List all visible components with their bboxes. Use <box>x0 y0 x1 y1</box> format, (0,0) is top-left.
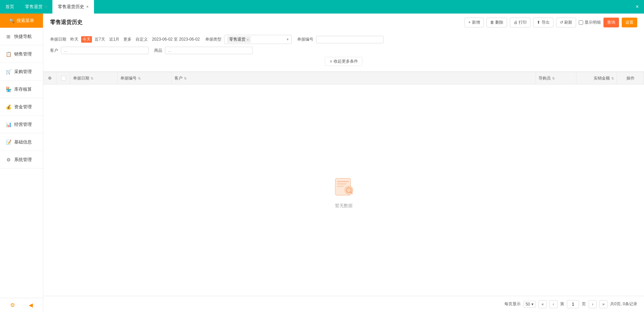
pagination-bar: 每页显示 50 ▾ « ‹ 第 页 › » 共0页, 0条记录 <box>43 296 644 312</box>
toolbar: + 新增 🗑 删除 🖨 打印 ⬆ 导出 ↺ 刷新 显示明细 查询 设置 <box>464 18 637 27</box>
goods-select[interactable]: ... <box>165 47 253 54</box>
filter-type: 单据类型 零售退货 × ▾ <box>205 35 292 44</box>
show-detail-label-text: 显示明细 <box>585 20 601 25</box>
table-container: ⚙ 单据日期 ⇅ 单据编号 ⇅ 客户 ⇅ 导购员 ⇅ <box>43 72 644 296</box>
th-action-label: 操作 <box>626 75 635 81</box>
goods-placeholder: ... <box>168 48 171 53</box>
table-header: ⚙ 单据日期 ⇅ 单据编号 ⇅ 客户 ⇅ 导购员 ⇅ <box>43 72 644 85</box>
prev-page-button[interactable]: ‹ <box>549 300 557 308</box>
sidebar-item-quick-nav[interactable]: ⊞快捷导航 <box>0 28 43 45</box>
week-shortcut[interactable]: 近7天 <box>93 36 106 43</box>
search-menu-button[interactable]: 🔍 搜索菜单 <box>0 14 43 28</box>
page-size-label: 每页显示 <box>504 301 521 307</box>
type-select-chevron: ▾ <box>287 37 289 42</box>
customer-placeholder: ... <box>64 48 67 53</box>
show-detail-checkbox[interactable] <box>579 20 583 25</box>
th-amount-sort-icon: ⇅ <box>611 76 614 80</box>
th-date[interactable]: 单据日期 ⇅ <box>70 72 118 84</box>
table-body: 暂无数据 <box>43 85 644 296</box>
empty-text-label: 暂无数据 <box>335 203 353 209</box>
sales-mgmt-icon: 📋 <box>5 51 11 57</box>
page-size-select[interactable]: 50 ▾ <box>523 301 536 308</box>
th-guide-label: 导购员 <box>539 75 551 81</box>
page-header: 零售退货历史 + 新增 🗑 删除 🖨 打印 ⬆ 导出 ↺ 刷新 显示明细 查询 … <box>43 14 644 72</box>
next-page-button[interactable]: › <box>589 300 597 308</box>
th-customer-label: 客户 <box>174 75 183 81</box>
setting-button[interactable]: 设置 <box>622 18 637 27</box>
show-detail-checkbox-label[interactable]: 显示明细 <box>579 20 601 25</box>
search-icon: 🔍 <box>9 18 15 23</box>
window-close-button[interactable]: × <box>630 0 644 14</box>
more-shortcut[interactable]: 更多 <box>122 36 133 43</box>
page-unit: 页 <box>582 301 586 307</box>
sidebar-item-label-ops-mgmt: 经营管理 <box>14 121 32 128</box>
sidebar-item-label-sales-mgmt: 销售管理 <box>14 51 32 57</box>
sidebar-item-label-purchase-mgmt: 采购管理 <box>14 69 32 75</box>
customer-filter-label: 客户 <box>50 48 58 53</box>
query-button[interactable]: 查询 <box>603 18 619 27</box>
sidebar-item-sales-mgmt[interactable]: 📋销售管理 <box>0 45 43 63</box>
th-order-no[interactable]: 单据编号 ⇅ <box>118 72 172 84</box>
current-page-input[interactable] <box>567 300 579 308</box>
sidebar-item-basic-info[interactable]: 📝基础信息 <box>0 133 43 151</box>
settings-icon[interactable]: ⚙ <box>10 302 15 308</box>
today-shortcut[interactable]: 今天 <box>81 36 92 43</box>
tab-home[interactable]: 首页 <box>0 0 20 14</box>
content-area: 零售退货历史 + 新增 🗑 删除 🖨 打印 ⬆ 导出 ↺ 刷新 显示明细 查询 … <box>43 14 644 312</box>
first-page-button[interactable]: « <box>539 300 547 308</box>
page-label: 第 <box>560 301 564 307</box>
th-settings[interactable]: ⚙ <box>43 72 57 84</box>
month-shortcut[interactable]: 近1月 <box>108 36 121 43</box>
sidebar-item-inventory[interactable]: 🏪库存核算 <box>0 81 43 98</box>
th-guide-sort-icon: ⇅ <box>552 76 555 80</box>
type-select[interactable]: 零售退货 × ▾ <box>224 35 292 44</box>
refresh-button[interactable]: ↺ 刷新 <box>556 18 576 27</box>
page-title: 零售退货历史 <box>50 19 82 26</box>
delete-button[interactable]: 🗑 删除 <box>486 18 507 27</box>
custom-shortcut[interactable]: 自定义 <box>134 36 149 43</box>
th-customer-sort-icon: ⇅ <box>184 76 187 80</box>
svg-rect-1 <box>337 181 349 182</box>
th-checkbox[interactable] <box>57 72 70 84</box>
page-title-row: 零售退货历史 + 新增 🗑 删除 🖨 打印 ⬆ 导出 ↺ 刷新 显示明细 查询 … <box>50 18 637 27</box>
tab-retail-return[interactable]: 零售退货× <box>20 0 52 14</box>
export-button[interactable]: ⬆ 导出 <box>533 18 553 27</box>
sidebar-item-sys-mgmt[interactable]: ⚙系统管理 <box>0 151 43 169</box>
sys-mgmt-icon: ⚙ <box>5 157 11 163</box>
th-customer[interactable]: 客户 ⇅ <box>172 72 536 84</box>
sidebar: 🔍 搜索菜单 ⊞快捷导航📋销售管理🛒采购管理🏪库存核算💰资金管理📊经营管理📝基础… <box>0 14 43 312</box>
th-amount[interactable]: 实销金额 ⇅ <box>576 72 617 84</box>
collapse-filter-button[interactable]: ∧ 收起更多条件 <box>325 57 362 66</box>
filter-area: 单据日期 昨天 今天 近7天 近1月 更多 自定义 2023-06-02 至 2… <box>50 31 637 71</box>
th-order-no-label: 单据编号 <box>120 75 137 81</box>
print-button[interactable]: 🖨 打印 <box>510 18 530 27</box>
page-size-value: 50 <box>526 302 530 307</box>
finance-icon: 💰 <box>5 104 11 110</box>
empty-illustration <box>330 172 357 199</box>
sidebar-item-ops-mgmt[interactable]: 📊经营管理 <box>0 116 43 133</box>
last-page-button[interactable]: » <box>599 300 607 308</box>
th-guide[interactable]: 导购员 ⇅ <box>536 72 576 84</box>
type-tag-close[interactable]: × <box>247 38 249 42</box>
sidebar-item-purchase-mgmt[interactable]: 🛒采购管理 <box>0 63 43 81</box>
tab-close-retail-return-history[interactable]: × <box>86 4 89 9</box>
date-filter-label: 单据日期 <box>50 37 66 42</box>
filter-row-1: 单据日期 昨天 今天 近7天 近1月 更多 自定义 2023-06-02 至 2… <box>50 35 637 44</box>
quick-nav-icon: ⊞ <box>5 34 11 40</box>
sidebar-item-label-finance: 资金管理 <box>14 104 32 110</box>
pagination-summary: 共0页, 0条记录 <box>610 301 637 307</box>
collapse-sidebar-icon[interactable]: ◀ <box>29 302 33 308</box>
yesterday-shortcut[interactable]: 昨天 <box>69 36 80 43</box>
search-menu-label: 搜索菜单 <box>17 18 34 24</box>
filter-goods: 商品 ... <box>154 47 253 54</box>
tab-close-retail-return[interactable]: × <box>45 4 47 9</box>
th-date-label: 单据日期 <box>73 75 89 81</box>
top-bar: 首页零售退货×零售退货历史× × <box>0 0 644 14</box>
sidebar-item-finance[interactable]: 💰资金管理 <box>0 98 43 116</box>
customer-select[interactable]: ... <box>61 47 149 54</box>
filter-order-no: 单据编号 <box>297 36 384 43</box>
order-no-input[interactable] <box>316 36 384 43</box>
new-button[interactable]: + 新增 <box>464 18 483 27</box>
tab-retail-return-history[interactable]: 零售退货历史× <box>52 0 94 14</box>
select-all-checkbox[interactable] <box>61 76 66 81</box>
